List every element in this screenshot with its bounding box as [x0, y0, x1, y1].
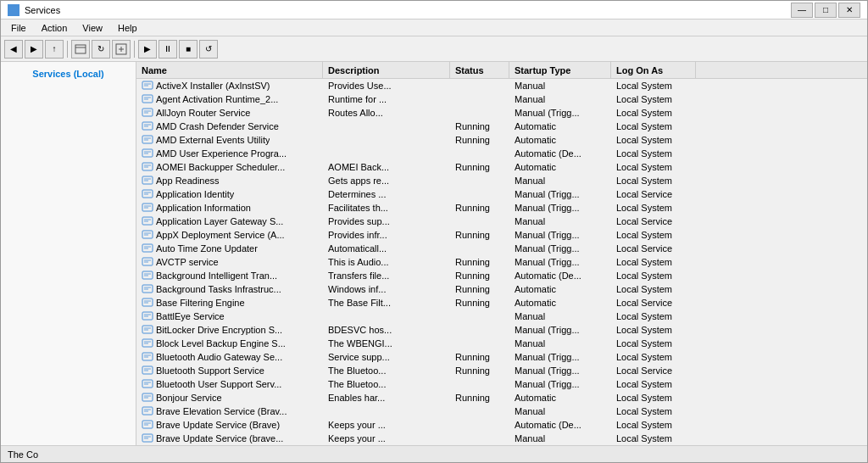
cell-description: Enables har... — [323, 391, 450, 404]
cell-log-on-as: Local Service — [611, 242, 696, 254]
svg-rect-56 — [142, 298, 153, 306]
back-button[interactable]: ◀ — [4, 40, 23, 59]
toolbar-separator-2 — [134, 41, 135, 58]
table-body[interactable]: ActiveX Installer (AxInstSV)Provides Use… — [136, 79, 867, 445]
table-row[interactable]: AppX Deployment Service (A...Provides in… — [136, 228, 867, 242]
table-row[interactable]: Application IdentityDetermines ...Manual… — [136, 187, 867, 201]
cell-description: The Base Filt... — [323, 296, 450, 309]
export-button[interactable] — [112, 40, 131, 59]
cell-status: Running — [450, 160, 509, 173]
service-icon — [142, 215, 153, 227]
cell-startup-type: Automatic — [509, 391, 611, 404]
maximize-button[interactable]: □ — [815, 3, 837, 18]
cell-status — [450, 147, 509, 159]
table-row[interactable]: AOMEI Backupper Scheduler...AOMEI Back..… — [136, 160, 867, 174]
cell-status — [450, 404, 509, 417]
cell-startup-type: Manual (Trigg... — [509, 201, 611, 214]
refresh-button[interactable]: ↻ — [92, 40, 110, 59]
col-name[interactable]: Name — [136, 62, 323, 78]
table-row[interactable]: AMD External Events UtilityRunningAutoma… — [136, 133, 867, 147]
cell-description — [323, 310, 450, 322]
service-icon — [142, 378, 153, 390]
table-row[interactable]: ActiveX Installer (AxInstSV)Provides Use… — [136, 79, 867, 92]
cell-status — [450, 79, 509, 92]
table-row[interactable]: Background Intelligent Tran...Transfers … — [136, 269, 867, 282]
cell-description — [323, 120, 450, 132]
up-button[interactable]: ↑ — [45, 40, 64, 59]
table-row[interactable]: AMD User Experience Progra...Automatic (… — [136, 147, 867, 160]
table-row[interactable]: AVCTP serviceThis is Audio...RunningManu… — [136, 255, 867, 269]
cell-log-on-as: Local System — [611, 404, 696, 417]
cell-description: Provides Use... — [323, 79, 450, 92]
table-row[interactable]: AMD Crash Defender ServiceRunningAutomat… — [136, 120, 867, 133]
menu-file[interactable]: File — [4, 21, 33, 35]
restart-button[interactable]: ↺ — [199, 40, 218, 59]
cell-startup-type: Manual (Trigg... — [509, 242, 611, 254]
table-row[interactable]: Block Level Backup Engine S...The WBENGI… — [136, 337, 867, 350]
menu-bar: File Action View Help — [1, 20, 867, 36]
close-button[interactable]: ✕ — [838, 3, 860, 18]
table-row[interactable]: Application Layer Gateway S...Provides s… — [136, 215, 867, 228]
svg-rect-71 — [142, 366, 153, 374]
table-row[interactable]: Bluetooth Support ServiceThe Bluetoo...R… — [136, 364, 867, 377]
pause-button[interactable]: ⏸ — [159, 40, 177, 59]
col-log-on-as[interactable]: Log On As — [611, 62, 696, 78]
service-icon — [142, 80, 153, 92]
table-row[interactable]: Brave Elevation Service (Brav...ManualLo… — [136, 404, 867, 418]
service-icon — [142, 120, 153, 132]
table-row[interactable]: Background Tasks Infrastruc...Windows in… — [136, 282, 867, 296]
sidebar-services-local[interactable]: Services (Local) — [32, 69, 103, 79]
window-title: Services — [25, 5, 60, 15]
cell-name: AppX Deployment Service (A... — [136, 228, 323, 241]
cell-log-on-as: Local System — [611, 133, 696, 146]
menu-help[interactable]: Help — [111, 21, 144, 35]
cell-name: Bluetooth Audio Gateway Se... — [136, 350, 323, 363]
table-row[interactable]: Bluetooth User Support Serv...The Blueto… — [136, 377, 867, 391]
table-row[interactable]: BitLocker Drive Encryption S...BDESVC ho… — [136, 323, 867, 337]
cell-name: BattlEye Service — [136, 310, 323, 322]
service-icon — [142, 365, 153, 377]
table-row[interactable]: App ReadinessGets apps re...ManualLocal … — [136, 174, 867, 187]
cell-log-on-as: Local System — [611, 106, 696, 119]
table-row[interactable]: Auto Time Zone UpdaterAutomaticall...Man… — [136, 242, 867, 255]
cell-name: Base Filtering Engine — [136, 296, 323, 309]
main-area: Name Description Status Startup Type Log… — [136, 62, 867, 445]
service-icon — [142, 310, 153, 322]
cell-log-on-as: Local System — [611, 282, 696, 295]
table-row[interactable]: Agent Activation Runtime_2...Runtime for… — [136, 92, 867, 106]
table-row[interactable]: Brave Update Service (Brave)Keeps your .… — [136, 418, 867, 432]
table-row[interactable]: Brave Update Service (brave...Keeps your… — [136, 432, 867, 445]
cell-log-on-as: Local System — [611, 337, 696, 349]
stop-button[interactable]: ■ — [179, 40, 198, 59]
cell-startup-type: Manual — [509, 79, 611, 92]
cell-startup-type: Manual (Trigg... — [509, 187, 611, 200]
cell-startup-type: Manual — [509, 174, 611, 187]
table-row[interactable]: AllJoyn Router ServiceRoutes Allo...Manu… — [136, 106, 867, 120]
svg-rect-17 — [142, 122, 153, 130]
cell-description: BDESVC hos... — [323, 323, 450, 336]
forward-button[interactable]: ▶ — [25, 40, 43, 59]
cell-startup-type: Automatic (De... — [509, 147, 611, 159]
run-button[interactable]: ▶ — [138, 40, 157, 59]
col-status[interactable]: Status — [450, 62, 509, 78]
table-row[interactable]: Bonjour ServiceEnables har...RunningAuto… — [136, 391, 867, 404]
svg-rect-77 — [142, 393, 153, 401]
cell-status — [450, 418, 509, 431]
svg-rect-44 — [142, 244, 153, 252]
col-description[interactable]: Description — [323, 62, 450, 78]
table-row[interactable]: Bluetooth Audio Gateway Se...Service sup… — [136, 350, 867, 364]
table-row[interactable]: BattlEye ServiceManualLocal System — [136, 310, 867, 323]
cell-log-on-as: Local System — [611, 310, 696, 322]
service-icon — [142, 229, 153, 241]
cell-status: Running — [450, 255, 509, 268]
col-startup-type[interactable]: Startup Type — [509, 62, 611, 78]
cell-description: Provides infr... — [323, 228, 450, 241]
minimize-button[interactable]: — — [791, 3, 813, 18]
menu-action[interactable]: Action — [35, 21, 75, 35]
service-icon — [142, 93, 153, 105]
show-hide-button[interactable] — [71, 40, 90, 59]
table-row[interactable]: Application InformationFacilitates th...… — [136, 201, 867, 215]
menu-view[interactable]: View — [75, 21, 109, 35]
table-row[interactable]: Base Filtering EngineThe Base Filt...Run… — [136, 296, 867, 310]
cell-status — [450, 92, 509, 105]
